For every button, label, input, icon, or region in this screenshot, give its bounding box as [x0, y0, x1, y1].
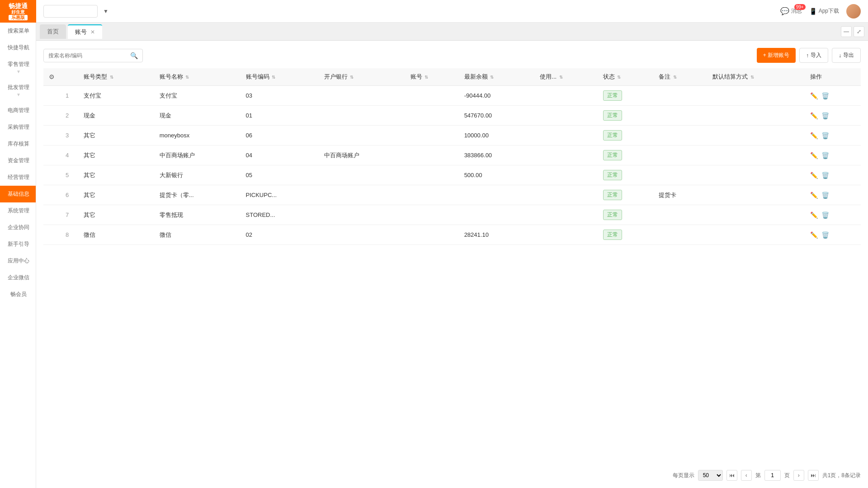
edit-icon-7[interactable]: ✏️ — [810, 231, 818, 239]
row-usage-2 — [534, 126, 597, 145]
row-name-3: 中百商场账户 — [154, 145, 241, 165]
topbar-dropdown[interactable]: ▼ — [103, 8, 108, 14]
sort-remark-icon: ⇅ — [673, 75, 677, 80]
row-balance-7: 28241.10 — [459, 225, 535, 245]
row-type-4: 其它 — [78, 165, 154, 185]
col-header-settlement[interactable]: 默认结算方式 ⇅ — [707, 68, 805, 86]
row-name-4: 大新银行 — [154, 165, 241, 185]
edit-icon-1[interactable]: ✏️ — [810, 112, 818, 119]
col-header-status[interactable]: 状态 ⇅ — [598, 68, 653, 86]
first-page-button[interactable]: ⏮ — [726, 470, 737, 481]
sidebar-item-ecommerce[interactable]: 电商管理 — [0, 102, 36, 119]
delete-icon-0[interactable]: 🗑️ — [821, 92, 829, 99]
next-page-button[interactable]: › — [793, 470, 804, 481]
page-number-input[interactable] — [764, 470, 781, 481]
export-button[interactable]: ↓ 导出 — [832, 48, 861, 63]
sidebar-item-wholesale[interactable]: 批发管理 ▼ — [0, 79, 36, 102]
row-account-3 — [405, 145, 459, 165]
sidebar-item-system[interactable]: 系统管理 — [0, 202, 36, 219]
status-badge-0: 正常 — [603, 90, 622, 101]
sidebar-item-appcenter[interactable]: 应用中心 — [0, 253, 36, 269]
row-action-3: ✏️ 🗑️ — [805, 145, 861, 165]
row-bank-0 — [319, 86, 405, 106]
delete-icon-5[interactable]: 🗑️ — [821, 192, 829, 199]
row-name-5: 提货卡（零... — [154, 185, 241, 205]
search-button[interactable]: 🔍 — [126, 49, 142, 62]
sort-usage-icon: ⇅ — [559, 75, 563, 80]
row-account-2 — [405, 126, 459, 145]
sidebar: 畅捷通 好生意 乐惠版 搜索菜单 快捷导航 零售管理 ▼ 批发管理 ▼ 电商管理… — [0, 0, 36, 488]
tab-account[interactable]: 账号 ✕ — [68, 24, 102, 39]
main-area: ▼ 💬 消息 99+ 📱 App下载 首页 账号 ✕ — ⤢ — [36, 0, 868, 488]
status-badge-4: 正常 — [603, 170, 622, 180]
edit-icon-3[interactable]: ✏️ — [810, 152, 818, 159]
delete-icon-1[interactable]: 🗑️ — [821, 112, 829, 119]
delete-icon-7[interactable]: 🗑️ — [821, 231, 829, 239]
col-header-settings: ⚙ — [43, 68, 60, 86]
edit-icon-4[interactable]: ✏️ — [810, 172, 818, 179]
prev-page-button[interactable]: ‹ — [741, 470, 752, 481]
message-button[interactable]: 💬 消息 99+ — [780, 7, 802, 15]
col-header-account[interactable]: 账号 ⇅ — [405, 68, 459, 86]
row-status-2: 正常 — [598, 126, 653, 145]
edit-icon-2[interactable]: ✏️ — [810, 132, 818, 139]
sidebar-item-basic[interactable]: 基础信息 — [0, 186, 36, 202]
tab-close-account[interactable]: ✕ — [90, 29, 95, 35]
col-header-bank[interactable]: 开户银行 ⇅ — [319, 68, 405, 86]
content-toolbar: 🔍 + 新增账号 ↑ 导入 ↓ 导出 — [43, 48, 861, 63]
col-header-usage[interactable]: 使用... ⇅ — [534, 68, 597, 86]
row-remark-7 — [653, 225, 707, 245]
import-button[interactable]: ↑ 导入 — [799, 48, 828, 63]
row-bank-4 — [319, 165, 405, 185]
row-status-7: 正常 — [598, 225, 653, 245]
sidebar-item-quick[interactable]: 快捷导航 — [0, 39, 36, 56]
delete-icon-4[interactable]: 🗑️ — [821, 172, 829, 179]
col-header-code[interactable]: 账号编码 ⇅ — [241, 68, 319, 86]
sidebar-item-inventory[interactable]: 库存核算 — [0, 136, 36, 152]
row-bank-6 — [319, 205, 405, 225]
row-remark-6 — [653, 205, 707, 225]
tab-maximize-button[interactable]: ⤢ — [854, 26, 864, 37]
search-input[interactable] — [44, 50, 126, 61]
sidebar-item-search[interactable]: 搜索菜单 — [0, 23, 36, 39]
tab-minimize-button[interactable]: — — [841, 26, 852, 37]
delete-icon-2[interactable]: 🗑️ — [821, 132, 829, 139]
row-settlement-5 — [707, 185, 805, 205]
sidebar-item-wechat[interactable]: 企业微信 — [0, 269, 36, 286]
row-usage-0 — [534, 86, 597, 106]
col-header-balance[interactable]: 最新余额 ⇅ — [459, 68, 535, 86]
delete-icon-6[interactable]: 🗑️ — [821, 211, 829, 219]
table-row: 6 其它 提货卡（零... PICKUPC... 正常 提货卡 ✏️ 🗑️ — [43, 185, 861, 205]
sidebar-item-operation[interactable]: 经营管理 — [0, 169, 36, 186]
delete-icon-3[interactable]: 🗑️ — [821, 152, 829, 159]
row-action-1: ✏️ 🗑️ — [805, 106, 861, 126]
col-header-type[interactable]: 账号类型 ⇅ — [78, 68, 154, 86]
row-remark-3 — [653, 145, 707, 165]
edit-icon-5[interactable]: ✏️ — [810, 192, 818, 199]
sidebar-item-finance[interactable]: 资金管理 — [0, 152, 36, 169]
row-settlement-6 — [707, 205, 805, 225]
edit-icon-6[interactable]: ✏️ — [810, 211, 818, 219]
dropdown-arrow-icon: ▼ — [103, 8, 108, 14]
add-account-button[interactable]: + 新增账号 — [757, 48, 796, 63]
last-page-button[interactable]: ⏭ — [808, 470, 819, 481]
topbar-search-input[interactable] — [43, 5, 98, 18]
row-settings-6 — [43, 205, 60, 225]
sidebar-item-retail[interactable]: 零售管理 ▼ — [0, 56, 36, 79]
column-settings-icon[interactable]: ⚙ — [49, 73, 55, 80]
sidebar-item-guide[interactable]: 新手引导 — [0, 236, 36, 253]
col-header-remark[interactable]: 备注 ⇅ — [653, 68, 707, 86]
app-download-button[interactable]: 📱 App下载 — [809, 7, 839, 15]
row-balance-1: 547670.00 — [459, 106, 535, 126]
user-avatar[interactable] — [846, 4, 861, 19]
col-header-name[interactable]: 账号名称 ⇅ — [154, 68, 241, 86]
sidebar-item-purchase[interactable]: 采购管理 — [0, 119, 36, 136]
table-row: 2 现金 现金 01 547670.00 正常 ✏️ 🗑️ — [43, 106, 861, 126]
tab-home[interactable]: 首页 — [40, 24, 66, 39]
sidebar-item-agreement[interactable]: 企业协同 — [0, 219, 36, 236]
search-box: 🔍 — [43, 49, 143, 62]
edit-icon-0[interactable]: ✏️ — [810, 92, 818, 99]
page-size-select[interactable]: 50 20 100 — [698, 470, 723, 481]
row-status-4: 正常 — [598, 165, 653, 185]
sidebar-item-member[interactable]: 畅会员 — [0, 286, 36, 303]
